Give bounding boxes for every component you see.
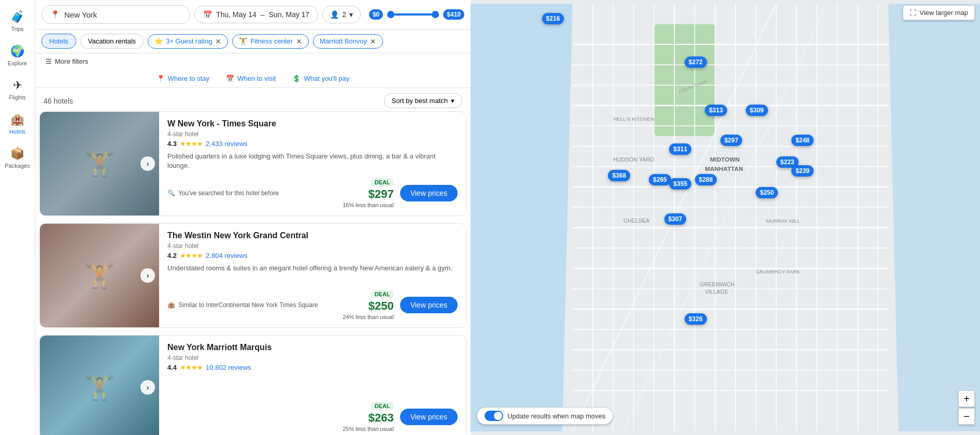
expand-icon: ⛶ <box>910 9 916 17</box>
sidebar-label-flights: Flights <box>9 94 25 100</box>
hotel-rating-num-2: 4.2 <box>167 252 177 259</box>
date-separator: – <box>261 10 265 19</box>
sidebar-item-hotels[interactable]: 🏨 Hotels <box>2 109 33 139</box>
hotel-price-block-1: DEAL $297 16% less than usual <box>343 178 393 208</box>
slider-thumb-right[interactable] <box>432 11 439 18</box>
map-pin-p9[interactable]: $288 <box>695 174 717 185</box>
explore-icon: 🌍 <box>10 45 24 58</box>
sidebar-label-hotels: Hotels <box>9 128 25 135</box>
map-pin-p15[interactable]: $307 <box>664 213 687 225</box>
chip-remove-guest-rating[interactable]: ✕ <box>215 37 221 46</box>
chip-icon-guest-rating: ⭐ <box>154 37 163 45</box>
svg-line-38 <box>623 4 827 431</box>
location-text: New York <box>64 10 97 19</box>
date-range-input[interactable]: 📅 Thu, May 14 – Sun, May 17 <box>194 6 318 23</box>
trips-icon: 🧳 <box>10 10 24 24</box>
map-pin-p5[interactable]: $297 <box>720 135 743 146</box>
flights-icon: ✈ <box>13 79 22 92</box>
map-pin-p3[interactable]: $313 <box>705 105 727 116</box>
svg-text:VILLAGE: VILLAGE <box>705 288 728 295</box>
date-icon: 📅 <box>203 10 212 19</box>
chip-remove-fitness-center[interactable]: ✕ <box>296 37 302 46</box>
sidebar-item-trips[interactable]: 🧳 Trips <box>2 6 33 36</box>
map-pin-p12[interactable]: $250 <box>756 187 778 198</box>
note-text-1: You've searched for this hotel before <box>178 190 279 197</box>
map-pin-p10[interactable]: $265 <box>649 174 671 185</box>
slider-track[interactable] <box>387 13 439 16</box>
toggle-switch[interactable] <box>485 411 503 421</box>
svg-text:GRAMERCY PARK: GRAMERCY PARK <box>756 269 800 274</box>
filter-chip-fitness-center[interactable]: 🏋 Fitness center ✕ <box>232 34 309 49</box>
hotel-stars-1: ★★★★ <box>180 140 203 148</box>
filter-tab-vacation-rentals[interactable]: Vacation rentals <box>80 34 144 49</box>
what-youll-pay-link[interactable]: 💲 What you'll pay <box>292 75 349 82</box>
filter-chip-guest-rating[interactable]: ⭐ 3+ Guest rating ✕ <box>148 34 228 49</box>
note-icon-1: 🔍 <box>167 190 175 197</box>
image-next-button-3[interactable]: › <box>140 380 155 395</box>
guests-input[interactable]: 👤 2 ▾ <box>322 6 361 23</box>
hotel-note-1: 🔍 You've searched for this hotel before <box>167 190 279 197</box>
filter-icon: ☰ <box>46 57 52 65</box>
map-pin-p7[interactable]: $248 <box>791 135 814 146</box>
view-prices-button-2[interactable]: View prices <box>400 297 458 313</box>
hotel-price-3: $263 <box>368 411 394 425</box>
hotel-card-3[interactable]: 🏋 › New York Marriott Marquis 4-star hot… <box>39 335 466 435</box>
map-update-toggle[interactable]: Update results when map moves <box>477 407 613 425</box>
price-min: $0 <box>369 9 383 20</box>
price-slider[interactable]: $0 $410 <box>369 9 464 20</box>
hotel-image-1: 🏋 › <box>40 112 159 215</box>
when-to-visit-link[interactable]: 📅 When to visit <box>226 75 276 82</box>
price-note-3: 25% less than usual <box>343 426 393 432</box>
sidebar-item-packages[interactable]: 📦 Packages <box>2 143 33 173</box>
location-icon: 📍 <box>50 10 60 19</box>
chip-label-marriott-bonvoy: Marriott Bonvoy <box>320 37 367 45</box>
view-prices-button-1[interactable]: View prices <box>400 185 458 201</box>
map-pin-p14[interactable]: $239 <box>791 165 814 177</box>
hotel-name-3: New York Marriott Marquis <box>167 343 458 352</box>
where-to-stay-link[interactable]: 📍 Where to stay <box>157 75 209 82</box>
image-next-button-1[interactable]: › <box>140 156 155 171</box>
guests-count: 2 <box>342 10 346 19</box>
map-pin-p4[interactable]: $309 <box>746 105 768 116</box>
view-prices-button-3[interactable]: View prices <box>400 409 458 425</box>
hotel-reviews-3[interactable]: 10,802 reviews <box>206 364 251 371</box>
more-filters-button[interactable]: ☰ More filters <box>41 55 464 67</box>
map-pin-p2[interactable]: $272 <box>685 56 707 68</box>
results-count: 46 hotels <box>44 97 73 105</box>
hotel-footer-3: DEAL $263 25% less than usual View price… <box>167 398 458 432</box>
slider-thumb-left[interactable] <box>387 11 394 18</box>
zoom-in-button[interactable]: + <box>958 390 975 407</box>
sort-chevron-icon: ▾ <box>451 97 455 105</box>
filter-chip-marriott-bonvoy[interactable]: Marriott Bonvoy ✕ <box>313 34 383 49</box>
sidebar-item-explore[interactable]: 🌍 Explore <box>2 40 33 70</box>
map-svg: HUDSON YARD MIDTOWN MANHATTAN CHELSEA MU… <box>471 0 980 435</box>
sidebar-label-packages: Packages <box>5 163 30 169</box>
map-pin-p16[interactable]: $326 <box>685 313 707 325</box>
zoom-out-button[interactable]: − <box>958 408 975 425</box>
sort-button[interactable]: Sort by best match ▾ <box>384 93 462 108</box>
map-pin-p8[interactable]: $368 <box>608 170 630 181</box>
hotel-name-2: The Westin New York Grand Central <box>167 231 458 240</box>
location-input[interactable]: 📍 New York <box>41 5 190 24</box>
info-strip: 📍 Where to stay 📅 When to visit 💲 What y… <box>35 69 471 88</box>
image-next-button-2[interactable]: › <box>140 268 155 283</box>
map-panel: HUDSON YARD MIDTOWN MANHATTAN CHELSEA MU… <box>471 0 980 435</box>
hotel-rating-num-3: 4.4 <box>167 364 177 371</box>
map-pin-p11[interactable]: $355 <box>669 178 691 190</box>
slider-fill <box>387 13 439 16</box>
sidebar-item-flights[interactable]: ✈ Flights <box>2 75 33 105</box>
svg-text:MANHATTAN: MANHATTAN <box>705 165 743 172</box>
chip-remove-marriott-bonvoy[interactable]: ✕ <box>370 37 376 46</box>
note-text-2: Similar to InterContinental New York Tim… <box>178 301 318 309</box>
map-pin-p6[interactable]: $311 <box>669 143 691 155</box>
more-filters-label: More filters <box>55 57 88 65</box>
view-larger-map-button[interactable]: ⛶ View larger map <box>903 5 975 20</box>
hotel-card-2[interactable]: 🏋 › The Westin New York Grand Central 4-… <box>39 223 466 328</box>
map-pin-p1[interactable]: $216 <box>542 13 564 24</box>
hotel-reviews-2[interactable]: 2,804 reviews <box>206 252 247 259</box>
toggle-knob <box>494 412 502 420</box>
hotel-reviews-1[interactable]: 2,433 reviews <box>206 140 247 148</box>
hotel-card-1[interactable]: 🏋 › W New York - Times Square 4-star hot… <box>39 111 466 216</box>
filter-tab-hotels[interactable]: Hotels <box>41 34 76 49</box>
main-panel: 📍 New York 📅 Thu, May 14 – Sun, May 17 👤… <box>35 0 471 435</box>
